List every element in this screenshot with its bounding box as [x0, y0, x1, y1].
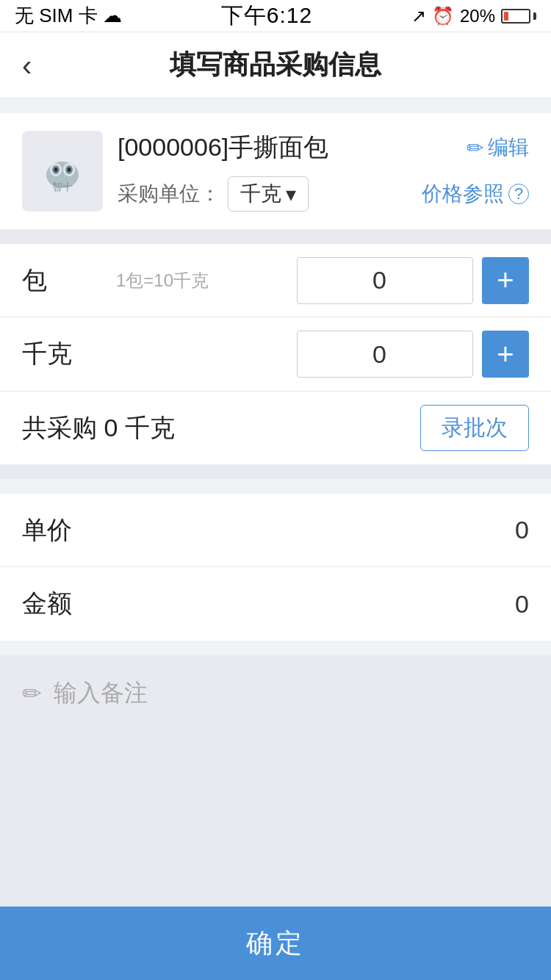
svg-point-5	[54, 167, 58, 172]
edit-button[interactable]: ✏ 编辑	[467, 134, 529, 162]
content-spacer	[0, 732, 551, 923]
kg-label: 千克	[22, 337, 110, 371]
back-button[interactable]: ‹	[22, 51, 32, 80]
nav-bar: ‹ 填写商品采购信息	[0, 32, 551, 98]
kg-field-wrapper: +	[297, 331, 529, 378]
pencil-icon: ✏	[22, 680, 42, 707]
summary-text: 共采购 0 千克	[22, 411, 420, 445]
dropdown-arrow: ▾	[286, 182, 296, 206]
sim-status: 无 SIM 卡 ☁	[15, 3, 122, 29]
battery-icon	[501, 9, 536, 24]
amount-row: 金额 0	[0, 567, 551, 641]
summary-row: 共采购 0 千克 录批次	[0, 391, 551, 464]
product-image: 智十	[22, 131, 103, 212]
kg-input[interactable]	[297, 331, 473, 378]
product-name-row: [0000006]手撕面包 ✏ 编辑	[118, 131, 529, 165]
unit-price-value: 0	[515, 516, 529, 544]
bao-input[interactable]	[297, 257, 473, 304]
kg-plus-button[interactable]: +	[482, 331, 529, 378]
amount-label: 金额	[22, 587, 515, 621]
bao-input-row: 包 1包=10千克 +	[0, 244, 551, 317]
battery-level: 20%	[460, 6, 495, 26]
confirm-button-label: 确定	[246, 926, 305, 962]
price-section: 单价 0 金额 0	[0, 494, 551, 641]
alarm-icon: ⏰	[432, 6, 454, 26]
edit-icon: ✏	[467, 136, 483, 160]
bao-sublabel: 1包=10千克	[116, 269, 297, 292]
product-unit-row: 采购单位： 千克 ▾ 价格参照 ?	[118, 176, 529, 212]
unit-dropdown[interactable]: 千克 ▾	[228, 176, 309, 212]
svg-point-6	[68, 167, 71, 172]
section-divider-2	[0, 464, 551, 479]
location-icon: ↗	[411, 6, 426, 26]
notes-section[interactable]: ✏ 输入备注	[0, 655, 551, 732]
price-ref-label: 价格参照	[422, 180, 504, 208]
confirm-button[interactable]: 确定	[0, 907, 551, 980]
bao-field-wrapper: +	[297, 257, 529, 304]
input-section: 包 1包=10千克 + 千克 +	[0, 244, 551, 391]
status-bar: 无 SIM 卡 ☁ 下午6:12 ↗ ⏰ 20%	[0, 0, 551, 32]
unit-value: 千克	[240, 180, 281, 208]
unit-select-area: 采购单位： 千克 ▾	[118, 176, 309, 212]
product-card: 智十 [0000006]手撕面包 ✏ 编辑 采购单位： 千克 ▾ 价格参照 ?	[0, 113, 551, 229]
unit-price-label: 单价	[22, 514, 515, 547]
unit-price-row: 单价 0	[0, 494, 551, 567]
status-left: 无 SIM 卡 ☁	[15, 3, 122, 29]
status-time: 下午6:12	[221, 1, 312, 31]
svg-text:智十: 智十	[52, 181, 73, 192]
amount-value: 0	[515, 590, 529, 619]
status-right: ↗ ⏰ 20%	[411, 6, 536, 26]
notes-placeholder: 输入备注	[54, 677, 148, 710]
section-divider-1	[0, 229, 551, 244]
page-title: 填写商品采购信息	[170, 47, 381, 83]
unit-label: 采购单位：	[118, 180, 220, 208]
product-name: [0000006]手撕面包	[118, 131, 328, 165]
bao-plus-button[interactable]: +	[482, 257, 529, 304]
kg-input-row: 千克 +	[0, 317, 551, 391]
bao-label: 包	[22, 264, 110, 298]
price-ref-button[interactable]: 价格参照 ?	[422, 180, 529, 208]
batch-button[interactable]: 录批次	[420, 405, 529, 451]
price-ref-help-icon: ?	[508, 184, 529, 204]
product-info: [0000006]手撕面包 ✏ 编辑 采购单位： 千克 ▾ 价格参照 ?	[118, 131, 529, 212]
